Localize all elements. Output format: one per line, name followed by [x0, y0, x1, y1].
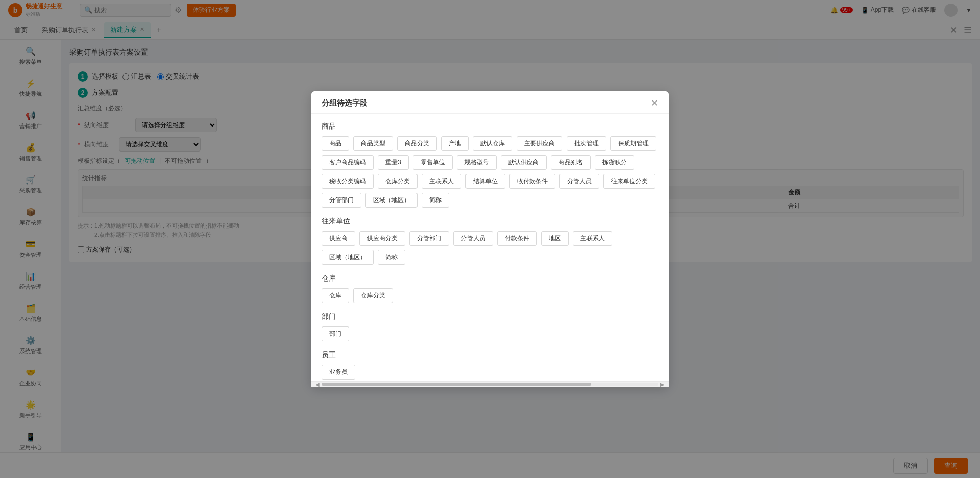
- field-chip-0-24[interactable]: 简称: [422, 193, 449, 208]
- field-section-title-2: 仓库: [322, 274, 658, 283]
- field-chip-0-9[interactable]: 重量3: [378, 155, 409, 170]
- field-section-title-4: 员工: [322, 350, 658, 360]
- field-chip-1-1[interactable]: 供应商分类: [359, 231, 405, 246]
- field-chip-0-4[interactable]: 默认仓库: [473, 136, 512, 151]
- field-chip-0-2[interactable]: 商品分类: [397, 136, 437, 151]
- field-chip-0-1[interactable]: 商品类型: [353, 136, 393, 151]
- field-chip-0-15[interactable]: 税收分类编码: [322, 174, 374, 189]
- field-chip-2-1[interactable]: 仓库分类: [353, 288, 393, 303]
- field-chip-0-5[interactable]: 主要供应商: [517, 136, 562, 151]
- field-chip-0-10[interactable]: 零售单位: [413, 155, 453, 170]
- field-chip-0-3[interactable]: 产地: [441, 136, 469, 151]
- modal-close-button[interactable]: ✕: [651, 98, 658, 108]
- scroll-right-arrow[interactable]: ▶: [658, 382, 667, 387]
- scroll-track: [322, 383, 658, 386]
- field-chip-0-23[interactable]: 区域（地区）: [365, 193, 418, 208]
- field-chip-0-19[interactable]: 收付款条件: [509, 174, 555, 189]
- field-grid-1: 供应商供应商分类分管部门分管人员付款条件地区主联系人区域（地区）简称: [322, 231, 658, 265]
- modal-overlay: 分组待选字段 ✕ 商品商品商品类型商品分类产地默认仓库主要供应商批次管理保质期管…: [0, 0, 980, 478]
- field-chip-0-20[interactable]: 分管人员: [559, 174, 599, 189]
- field-chip-1-5[interactable]: 地区: [541, 231, 569, 246]
- field-section-4: 员工业务员: [322, 350, 658, 380]
- field-chip-2-0[interactable]: 仓库: [322, 288, 349, 303]
- field-section-title-3: 部门: [322, 312, 658, 321]
- modal: 分组待选字段 ✕ 商品商品商品类型商品分类产地默认仓库主要供应商批次管理保质期管…: [311, 91, 669, 387]
- field-grid-4: 业务员: [322, 365, 658, 380]
- field-section-2: 仓库仓库仓库分类: [322, 274, 658, 303]
- field-section-3: 部门部门: [322, 312, 658, 341]
- field-chip-0-12[interactable]: 默认供应商: [501, 155, 547, 170]
- modal-title: 分组待选字段: [322, 98, 368, 108]
- field-chip-1-3[interactable]: 分管人员: [453, 231, 493, 246]
- field-chip-0-14[interactable]: 拣货积分: [595, 155, 634, 170]
- modal-horizontal-scrollbar[interactable]: ◀ ▶: [311, 381, 669, 387]
- field-grid-0: 商品商品类型商品分类产地默认仓库主要供应商批次管理保质期管理客户商品编码重量3零…: [322, 136, 658, 208]
- field-chip-0-13[interactable]: 商品别名: [551, 155, 591, 170]
- field-grid-2: 仓库仓库分类: [322, 288, 658, 303]
- field-section-title-1: 往来单位: [322, 217, 658, 226]
- field-section-title-0: 商品: [322, 122, 658, 131]
- field-chip-1-4[interactable]: 付款条件: [497, 231, 537, 246]
- field-chip-4-0[interactable]: 业务员: [322, 365, 355, 380]
- field-chip-1-6[interactable]: 主联系人: [573, 231, 612, 246]
- field-chip-0-11[interactable]: 规格型号: [457, 155, 497, 170]
- field-chip-0-21[interactable]: 往来单位分类: [603, 174, 655, 189]
- field-chip-0-17[interactable]: 主联系人: [422, 174, 461, 189]
- field-chip-1-2[interactable]: 分管部门: [409, 231, 449, 246]
- scroll-thumb: [322, 383, 591, 386]
- field-grid-3: 部门: [322, 326, 658, 341]
- field-chip-0-8[interactable]: 客户商品编码: [322, 155, 374, 170]
- field-chip-1-0[interactable]: 供应商: [322, 231, 355, 246]
- field-chip-1-7[interactable]: 区域（地区）: [322, 250, 374, 265]
- scroll-left-arrow[interactable]: ◀: [313, 382, 322, 387]
- field-section-0: 商品商品商品类型商品分类产地默认仓库主要供应商批次管理保质期管理客户商品编码重量…: [322, 122, 658, 208]
- field-chip-0-6[interactable]: 批次管理: [567, 136, 606, 151]
- field-section-1: 往来单位供应商供应商分类分管部门分管人员付款条件地区主联系人区域（地区）简称: [322, 217, 658, 265]
- field-chip-0-18[interactable]: 结算单位: [465, 174, 505, 189]
- field-chip-0-0[interactable]: 商品: [322, 136, 349, 151]
- field-chip-0-22[interactable]: 分管部门: [322, 193, 361, 208]
- modal-body[interactable]: 商品商品商品类型商品分类产地默认仓库主要供应商批次管理保质期管理客户商品编码重量…: [311, 114, 669, 381]
- field-chip-0-16[interactable]: 仓库分类: [378, 174, 418, 189]
- field-chip-3-0[interactable]: 部门: [322, 326, 349, 341]
- field-chip-0-7[interactable]: 保质期管理: [610, 136, 656, 151]
- field-chip-1-8[interactable]: 简称: [378, 250, 405, 265]
- modal-header: 分组待选字段 ✕: [311, 91, 669, 114]
